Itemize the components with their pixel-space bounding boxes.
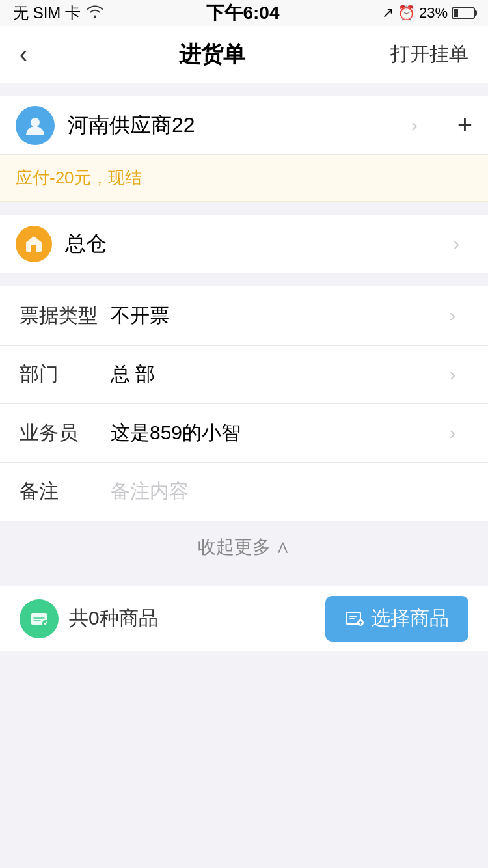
supplier-card: 河南供应商22 › + 应付-20元，现结: [0, 96, 488, 202]
bottom-spacer: [0, 651, 488, 846]
status-bar: 无 SIM 卡 下午6:04 ↗ ⏰ 23%: [0, 0, 488, 26]
remark-label: 备注: [20, 478, 111, 505]
department-value: 总 部: [111, 361, 450, 388]
supplier-vertical-divider: [444, 109, 444, 142]
supplier-row[interactable]: 河南供应商22 › +: [0, 96, 488, 155]
middle-divider-1: [0, 202, 488, 215]
bottom-divider: [0, 573, 488, 586]
salesperson-row[interactable]: 业务员 这是859的小智 ›: [0, 403, 488, 462]
status-indicators: ↗ ⏰ 23%: [382, 5, 475, 21]
invoice-type-label: 票据类型: [20, 303, 111, 329]
department-chevron-icon: ›: [450, 364, 455, 385]
product-count-text: 共0种商品: [69, 605, 158, 632]
salesperson-label: 业务员: [20, 420, 111, 446]
warehouse-row[interactable]: 总仓 ›: [0, 215, 488, 273]
battery-icon: [452, 7, 475, 19]
salesperson-value: 这是859的小智: [111, 420, 450, 446]
svg-marker-2: [25, 236, 43, 243]
invoice-type-value: 不开票: [111, 303, 450, 329]
supplier-avatar: [16, 106, 55, 145]
nav-bar: ‹ 进货单 打开挂单: [0, 26, 488, 83]
department-row[interactable]: 部门 总 部 ›: [0, 345, 488, 403]
page-title: 进货单: [179, 40, 245, 70]
supplier-chevron-icon: ›: [411, 115, 417, 136]
select-product-label: 选择商品: [371, 605, 449, 632]
bottom-bar: 共0种商品 选择商品: [0, 586, 488, 651]
alarm-icon: ⏰: [398, 5, 415, 21]
warehouse-name: 总仓: [65, 230, 454, 258]
department-label: 部门: [20, 361, 111, 388]
status-time: 下午6:04: [206, 1, 279, 25]
supplier-name: 河南供应商22: [68, 111, 411, 140]
remark-row[interactable]: 备注 备注内容: [0, 462, 488, 521]
warehouse-chevron-icon: ›: [454, 234, 459, 254]
invoice-chevron-icon: ›: [450, 305, 455, 326]
product-icon-circle: [20, 599, 59, 638]
back-button[interactable]: ‹: [13, 34, 34, 75]
product-count-area: 共0种商品: [20, 599, 158, 638]
form-card: 票据类型 不开票 › 部门 总 部 › 业务员 这是859的小智 › 备注 备注…: [0, 286, 488, 573]
collapse-label: 收起更多 ∧: [198, 535, 291, 560]
top-divider: [0, 83, 488, 96]
svg-point-0: [31, 118, 40, 127]
warehouse-icon: [16, 226, 52, 262]
remark-value[interactable]: 备注内容: [111, 478, 468, 505]
salesperson-chevron-icon: ›: [450, 423, 455, 444]
status-carrier: 无 SIM 卡: [13, 3, 104, 23]
select-product-button[interactable]: 选择商品: [325, 596, 468, 642]
warehouse-card[interactable]: 总仓 ›: [0, 215, 488, 273]
collapse-button[interactable]: 收起更多 ∧: [0, 521, 488, 573]
open-pending-button[interactable]: 打开挂单: [390, 41, 468, 68]
add-supplier-button[interactable]: +: [457, 111, 472, 140]
wifi-icon: [86, 4, 104, 22]
middle-divider-2: [0, 273, 488, 286]
notice-row: 应付-20元，现结: [0, 155, 488, 202]
invoice-type-row[interactable]: 票据类型 不开票 ›: [0, 286, 488, 345]
svg-rect-3: [31, 245, 36, 252]
location-icon: ↗: [382, 5, 394, 21]
